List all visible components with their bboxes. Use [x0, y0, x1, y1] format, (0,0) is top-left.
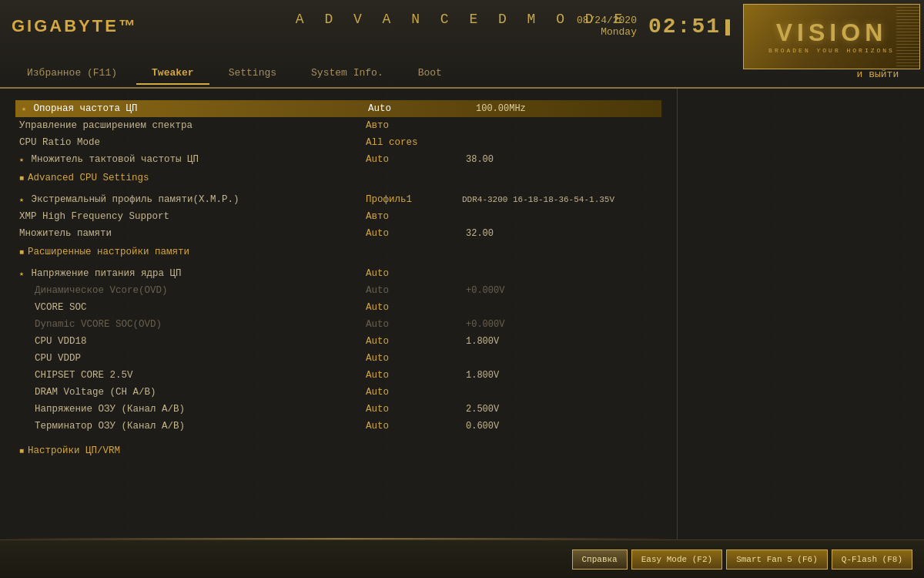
tab-izbranoe[interactable]: Избранное (F11) — [12, 62, 132, 85]
vision-logo: VISION BROADEN YOUR HORIZONS — [743, 4, 920, 69]
setting-multiplier[interactable]: ★ Множитель тактовой частоты ЦП Auto 38.… — [15, 151, 661, 168]
setting-mem-term[interactable]: Терминатор ОЗУ (Канал A/B) Auto 0.600V — [15, 418, 661, 435]
setting-cpu-vddp[interactable]: CPU VDDP Auto — [15, 350, 661, 367]
help-button[interactable]: Справка — [572, 549, 628, 570]
time-display: 02:51▐ — [648, 15, 732, 39]
bottom-bar: Справка Easy Mode (F2) Smart Fan 5 (F6) … — [0, 539, 924, 578]
setting-dram-volt[interactable]: DRAM Voltage (CH A/B) Auto — [15, 384, 661, 401]
section-adv-mem: ■ Расширенные настройки памяти — [15, 242, 661, 259]
settings-panel: ★ Опорная частота ЦП Auto 100.00MHz Упра… — [0, 89, 678, 539]
setting-cpu-vdd18[interactable]: CPU VDD18 Auto 1.800V — [15, 333, 661, 350]
tab-sysinfo[interactable]: System Info. — [296, 62, 399, 85]
easy-mode-button[interactable]: Easy Mode (F2) — [631, 549, 722, 570]
setting-mem-volt[interactable]: Напряжение ОЗУ (Канал A/B) Auto 2.500V — [15, 401, 661, 418]
setting-mem-mult[interactable]: Множитель памяти Auto 32.00 — [15, 225, 661, 242]
section-adv-cpu: ■ Advanced CPU Settings — [15, 168, 661, 185]
gigabyte-logo: GIGABYTE™ — [12, 16, 138, 36]
setting-xmp[interactable]: ★ Экстремальный профиль памяти(X.M.P.) П… — [15, 191, 661, 208]
setting-dyn-vcore-soc: Dynamic VCORE SOC(OVD) Auto +0.000V — [15, 316, 661, 333]
day-display: Monday — [577, 26, 637, 38]
setting-base-freq[interactable]: ★ Опорная частота ЦП Auto 100.00MHz — [15, 100, 661, 117]
tab-tweaker[interactable]: Tweaker — [136, 62, 209, 85]
vision-subtitle: BROADEN YOUR HORIZONS — [768, 47, 895, 54]
setting-xmp-freq[interactable]: XMP High Frequency Support Авто — [15, 208, 661, 225]
tab-boot[interactable]: Boot — [403, 62, 457, 85]
setting-spread[interactable]: Управление расширением спектра Авто — [15, 117, 661, 134]
setting-ratio-mode[interactable]: CPU Ratio Mode All cores — [15, 134, 661, 151]
tab-settings[interactable]: Settings — [213, 62, 292, 85]
setting-chipset-core[interactable]: CHIPSET CORE 2.5V Auto 1.800V — [15, 367, 661, 384]
date-display: 08/24/2020 — [577, 15, 637, 26]
qflash-button[interactable]: Q-Flash (F8) — [832, 549, 912, 570]
vision-title: VISION — [776, 20, 887, 45]
header: GIGABYTE™ A D V A N C E D M O D E 08/24/… — [0, 0, 924, 89]
setting-vcore-soc[interactable]: VCORE SOC Auto — [15, 299, 661, 316]
smart-fan-button[interactable]: Smart Fan 5 (F6) — [726, 549, 828, 570]
setting-vcore[interactable]: ★ Напряжение питания ядра ЦП Auto — [15, 265, 661, 282]
section-cpu-vrm: ■ Настройки ЦП/VRM — [15, 441, 661, 458]
setting-dyn-vcore: Динамическое Vcore(OVD) Auto +0.000V — [15, 282, 661, 299]
